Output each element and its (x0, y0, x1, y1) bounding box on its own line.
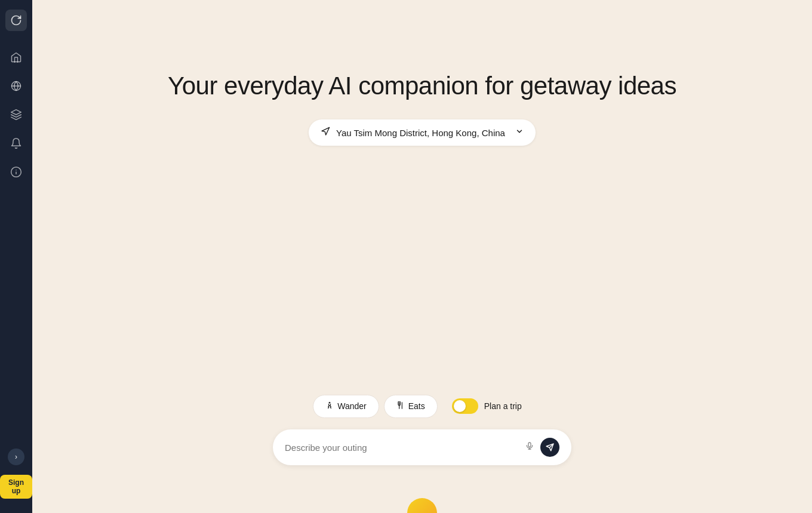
sidebar-item-layers[interactable] (4, 103, 28, 127)
svg-marker-6 (322, 127, 330, 135)
bell-icon (10, 137, 22, 149)
microphone-icon (525, 441, 534, 451)
mode-tabs: Wander Eats Plan a trip (313, 392, 531, 420)
wander-label: Wander (337, 401, 367, 411)
microphone-button[interactable] (525, 441, 534, 453)
globe-icon (10, 80, 22, 92)
sidebar-item-home[interactable] (4, 45, 28, 69)
eats-tab[interactable]: Eats (384, 395, 438, 418)
sidebar: › Sign up (0, 0, 32, 513)
svg-marker-2 (11, 110, 21, 115)
svg-rect-10 (528, 443, 531, 447)
send-button[interactable] (540, 438, 559, 457)
svg-point-7 (329, 402, 330, 403)
home-icon (10, 51, 22, 63)
signup-button[interactable]: Sign up (0, 475, 32, 499)
location-chevron-icon (515, 127, 524, 138)
chevron-right-icon: › (15, 453, 17, 461)
deco-circle (407, 498, 437, 513)
eats-label: Eats (408, 401, 425, 411)
sidebar-item-info[interactable] (4, 160, 28, 184)
location-selector[interactable]: Yau Tsim Mong District, Hong Kong, China (309, 119, 536, 146)
sidebar-item-notifications[interactable] (4, 131, 28, 155)
bottom-area: Wander Eats Plan a trip (32, 392, 812, 465)
bottom-decoration (398, 489, 446, 513)
layers-icon (10, 109, 22, 121)
search-bar (273, 429, 571, 465)
location-text: Yau Tsim Mong District, Hong Kong, China (336, 128, 509, 138)
plan-toggle[interactable] (452, 398, 478, 414)
info-icon (10, 166, 22, 178)
fork-knife-icon (396, 401, 405, 411)
main-content: Your everyday AI companion for getaway i… (32, 0, 812, 513)
plan-trip-label: Plan a trip (484, 401, 522, 411)
send-icon (546, 443, 554, 451)
hero-title: Your everyday AI companion for getaway i… (168, 72, 676, 100)
clock-rotate-icon (10, 14, 22, 26)
toggle-dot (454, 400, 466, 412)
sidebar-item-explore[interactable] (4, 74, 28, 98)
person-walk-icon (325, 401, 334, 411)
plan-trip-tab[interactable]: Plan a trip (442, 392, 531, 420)
logo-button[interactable] (5, 10, 27, 31)
wander-tab[interactable]: Wander (313, 395, 379, 418)
location-arrow-icon (321, 127, 330, 139)
search-input[interactable] (285, 443, 519, 453)
sidebar-expand-button[interactable]: › (8, 449, 24, 465)
